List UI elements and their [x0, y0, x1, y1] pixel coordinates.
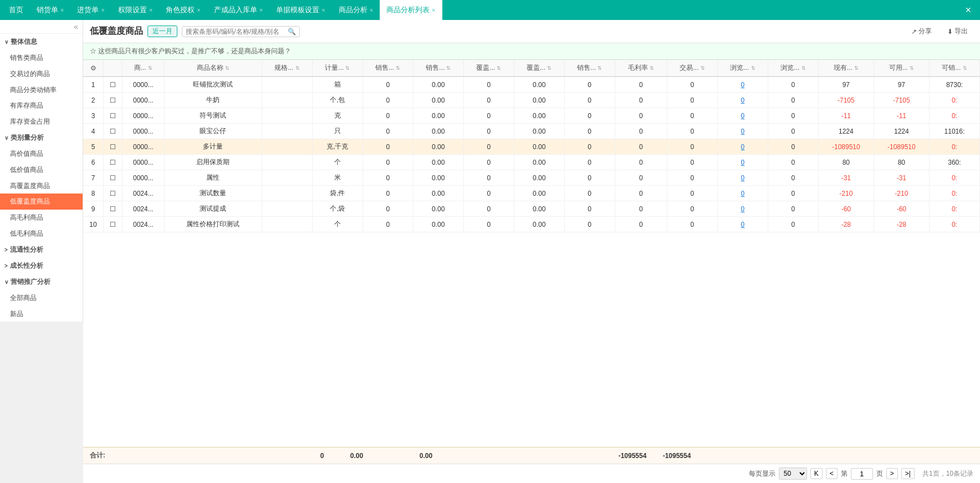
tab-close-permission[interactable]: ×: [149, 7, 152, 13]
col-header-sales_qty[interactable]: 销售... ⇅: [363, 60, 413, 77]
sidebar-section-category-analysis[interactable]: ∨类别量分析: [0, 130, 83, 146]
row-unit: 只: [312, 124, 363, 139]
sidebar-item-all-goods[interactable]: 全部商品: [0, 290, 83, 306]
row-checkbox[interactable]: ☐: [104, 139, 122, 155]
row-checkbox[interactable]: ☐: [104, 217, 122, 232]
window-close-button[interactable]: ×: [958, 4, 978, 16]
col-header-coverage1[interactable]: 覆盖... ⇅: [463, 60, 514, 77]
table-row: 10☐0024...属性价格打印测试个00.0000.0000000-28-28…: [83, 217, 980, 232]
sidebar-section-marketing-analysis[interactable]: ∨营销推广分析: [0, 274, 83, 290]
export-button[interactable]: ⬇ 导出: [942, 24, 973, 38]
sidebar-section-flow-analysis[interactable]: >流通性分析: [0, 242, 83, 258]
share-button[interactable]: ↗ 分享: [906, 24, 937, 38]
nav-tab-purchase[interactable]: 进货单 ×: [70, 0, 111, 20]
sidebar-item-high-value[interactable]: 高价值商品: [0, 146, 83, 162]
row-sellable: 0:: [929, 217, 979, 232]
nav-tab-product-in[interactable]: 产成品入库单 ×: [207, 0, 269, 20]
per-page-select[interactable]: 2050100: [779, 467, 807, 480]
nav-tab-template[interactable]: 单据模板设置 ×: [269, 0, 331, 20]
row-checkbox[interactable]: ☐: [104, 170, 122, 186]
row-available: -60: [874, 201, 929, 217]
prev-page-button[interactable]: <: [826, 468, 838, 479]
col-header-code[interactable]: 商... ⇅: [122, 60, 165, 77]
table-row: 1☐0000...旺铺批次测试箱00.0000.000000097978730:: [83, 77, 980, 93]
date-filter-badge[interactable]: 近一月: [147, 26, 177, 37]
row-code: 0024...: [122, 186, 165, 201]
row-sales-qty: 0: [363, 77, 413, 93]
tab-close-product-in[interactable]: ×: [259, 7, 263, 13]
row-browse2: 0: [768, 201, 818, 217]
row-no: 5: [83, 139, 104, 155]
table-row: 6☐0000...启用保质期个00.0000.00000008080360:: [83, 155, 980, 170]
row-sellable: 0:: [929, 93, 979, 108]
row-coverage1: 0: [463, 139, 514, 155]
col-header-browse2[interactable]: 浏览... ⇅: [768, 60, 818, 77]
sidebar-item-low-coverage[interactable]: 低覆盖度商品: [0, 194, 83, 210]
col-header-unit[interactable]: 计量... ⇅: [312, 60, 363, 77]
sidebar-item-new-goods[interactable]: 新品: [0, 306, 83, 322]
row-checkbox[interactable]: ☐: [104, 93, 122, 108]
tab-close-sales[interactable]: ×: [60, 7, 64, 13]
search-box: 🔍: [182, 26, 300, 37]
nav-tab-analysis-list[interactable]: 商品分析列表 ×: [380, 0, 442, 20]
search-icon[interactable]: 🔍: [288, 28, 296, 35]
row-current-stock: -7105: [818, 93, 874, 108]
search-input[interactable]: [186, 28, 285, 35]
data-table-container[interactable]: ⚙商... ⇅商品名称 ⇅规格... ⇅计量... ⇅销售... ⇅销售... …: [83, 60, 980, 447]
col-header-browse1[interactable]: 浏览... ⇅: [717, 60, 768, 77]
row-browse1: 0: [717, 93, 768, 108]
row-spec: [262, 108, 312, 124]
col-header-name[interactable]: 商品名称 ⇅: [165, 60, 262, 77]
nav-tab-sales[interactable]: 销货单 ×: [30, 0, 70, 20]
col-header-gross_rate[interactable]: 毛利率 ⇅: [615, 60, 667, 77]
row-checkbox[interactable]: ☐: [104, 155, 122, 170]
col-header-sales_amt[interactable]: 销售... ⇅: [413, 60, 463, 77]
col-header-available[interactable]: 可用... ⇅: [874, 60, 929, 77]
row-unit: 袋,件: [312, 186, 363, 201]
tab-close-analysis[interactable]: ×: [370, 7, 373, 13]
nav-tab-analysis[interactable]: 商品分析 ×: [332, 0, 380, 20]
sidebar-section-overview[interactable]: ∨整体信息: [0, 34, 83, 50]
col-header-current_stock[interactable]: 现有... ⇅: [818, 60, 874, 77]
col-header-coverage2[interactable]: 覆盖... ⇅: [514, 60, 564, 77]
tab-close-analysis-list[interactable]: ×: [432, 7, 435, 13]
row-coverage2: 0.00: [514, 201, 564, 217]
tab-close-template[interactable]: ×: [321, 7, 325, 13]
page-number-input[interactable]: [851, 468, 873, 480]
row-checkbox[interactable]: ☐: [104, 77, 122, 93]
row-checkbox[interactable]: ☐: [104, 201, 122, 217]
first-page-button[interactable]: K: [810, 468, 823, 479]
row-coverage1: 0: [463, 93, 514, 108]
last-page-button[interactable]: >|: [901, 468, 915, 479]
col-header-spec[interactable]: 规格... ⇅: [262, 60, 312, 77]
tab-close-purchase[interactable]: ×: [101, 7, 104, 13]
next-page-button[interactable]: >: [886, 468, 898, 479]
row-checkbox[interactable]: ☐: [104, 124, 122, 139]
sidebar-item-low-profit[interactable]: 低毛利商品: [0, 226, 83, 242]
sidebar-item-category-turnover[interactable]: 商品分类动销率: [0, 82, 83, 98]
sidebar-item-traded-goods[interactable]: 交易过的商品: [0, 66, 83, 82]
col-header-sales_days[interactable]: 销售... ⇅: [564, 60, 615, 77]
nav-tab-home[interactable]: 首页: [2, 0, 30, 20]
sidebar-item-stock-fund[interactable]: 库存资金占用: [0, 114, 83, 130]
nav-tab-permission[interactable]: 权限设置 ×: [111, 0, 159, 20]
col-header-sellable[interactable]: 可销... ⇅: [929, 60, 979, 77]
sidebar-collapse-button[interactable]: «: [74, 22, 78, 31]
col-header-trade_count[interactable]: 交易... ⇅: [667, 60, 717, 77]
sidebar-item-high-profit[interactable]: 高毛利商品: [0, 210, 83, 226]
row-browse2: 0: [768, 124, 818, 139]
nav-tab-role[interactable]: 角色授权 ×: [159, 0, 207, 20]
col-header-settings: ⚙: [83, 60, 104, 77]
row-trade-count: 0: [667, 186, 717, 201]
tab-close-role[interactable]: ×: [197, 7, 200, 13]
footer-cell-9: 0.00: [408, 452, 444, 460]
row-sales-days: 0: [564, 108, 615, 124]
sidebar-section-growth-analysis[interactable]: >成长性分析: [0, 258, 83, 274]
sidebar-item-high-coverage[interactable]: 高覆盖度商品: [0, 178, 83, 194]
sort-icon-code: ⇅: [148, 65, 152, 71]
sidebar-item-low-value[interactable]: 低价值商品: [0, 162, 83, 178]
row-checkbox[interactable]: ☐: [104, 108, 122, 124]
row-checkbox[interactable]: ☐: [104, 186, 122, 201]
sidebar-item-with-stock[interactable]: 有库存商品: [0, 98, 83, 114]
sidebar-item-sales-goods[interactable]: 销售类商品: [0, 50, 83, 66]
